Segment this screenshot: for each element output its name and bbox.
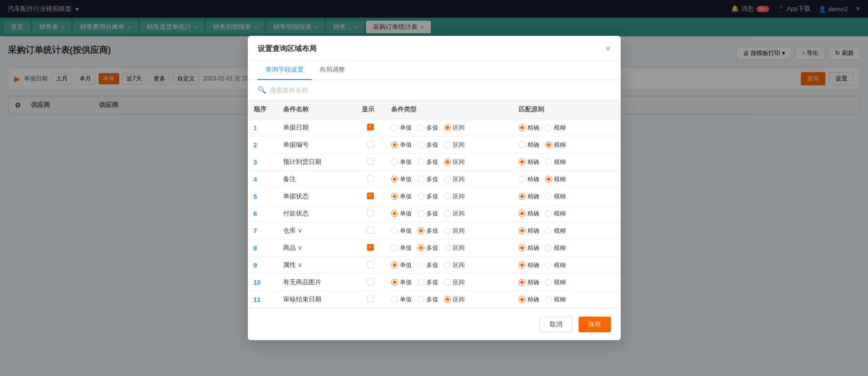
radio-match-模糊-9[interactable] [545,279,552,286]
radio-match-精确-6[interactable] [519,227,526,234]
radio-match-精确-4[interactable] [519,193,526,200]
radio-match-精确-9[interactable] [519,279,526,286]
checkbox-4[interactable] [367,192,374,199]
row-name-3: 备注 [277,171,356,188]
conditions-table: 顺序 条件名称 显示 条件类型 匹配原则 1单据日期单值多值区间精确模糊2单据编… [248,100,621,308]
radio-type-区间-10[interactable] [444,296,451,303]
radio-match-模糊-8[interactable] [545,262,552,269]
row-display-2[interactable] [356,154,385,171]
radio-type-多值-1[interactable] [418,141,424,148]
radio-type-单值-2[interactable] [391,159,398,165]
dialog-header: 设置查询区域布局 × [248,36,621,60]
row-display-8[interactable] [356,257,385,274]
radio-type-多值-9[interactable] [418,279,424,286]
radio-match-精确-10[interactable] [519,296,526,303]
radio-type-单值-7[interactable] [391,244,398,251]
radio-type-区间-2[interactable] [444,159,451,165]
radio-type-单值-0[interactable] [391,124,398,131]
row-display-3[interactable] [356,171,385,188]
radio-match-模糊-10[interactable] [545,296,552,303]
radio-type-单值-4[interactable] [391,193,398,200]
col-match: 匹配原则 [513,100,621,119]
condition-search-input[interactable] [270,86,611,94]
radio-match-精确-1[interactable] [519,141,526,148]
checkbox-5[interactable] [367,210,374,216]
row-name-7: 商品 ∨ [277,240,356,257]
cancel-btn[interactable]: 取消 [539,317,573,332]
checkbox-10[interactable] [367,295,374,302]
radio-type-单值-3[interactable] [391,176,398,183]
radio-match-模糊-3[interactable] [545,176,552,183]
radio-type-多值-3[interactable] [418,176,424,183]
row-seq-7: 8 [254,244,257,252]
save-btn[interactable]: 保存 [579,317,611,332]
radio-type-单值-10[interactable] [391,296,398,303]
checkbox-9[interactable] [367,278,374,285]
checkbox-8[interactable] [367,261,374,268]
radio-match-精确-5[interactable] [519,210,526,217]
dialog-close-btn[interactable]: × [605,44,611,54]
row-display-7[interactable] [356,240,385,257]
row-type-2: 单值多值区间 [385,154,513,171]
row-match-1: 精确模糊 [513,136,621,154]
radio-type-区间-0[interactable] [444,124,451,131]
radio-type-多值-0[interactable] [418,124,424,131]
radio-type-单值-1[interactable] [391,141,398,148]
radio-type-多值-8[interactable] [418,262,424,269]
radio-type-区间-1[interactable] [444,141,451,148]
radio-type-单值-5[interactable] [391,210,398,217]
radio-type-多值-4[interactable] [418,193,424,200]
radio-match-模糊-5[interactable] [545,210,552,217]
radio-match-模糊-7[interactable] [545,244,552,251]
checkbox-2[interactable] [367,158,374,165]
row-display-5[interactable] [356,205,385,222]
radio-type-区间-9[interactable] [444,279,451,286]
row-display-0[interactable] [356,119,385,136]
row-display-4[interactable] [356,188,385,205]
radio-type-多值-7[interactable] [418,244,424,251]
table-row: 4备注单值多值区间精确模糊 [248,171,621,188]
row-display-6[interactable] [356,222,385,240]
row-display-1[interactable] [356,136,385,154]
radio-match-精确-8[interactable] [519,262,526,269]
table-row: 7仓库 ∨单值多值区间精确模糊 [248,222,621,240]
radio-type-多值-2[interactable] [418,159,424,165]
radio-type-多值-6[interactable] [418,227,424,234]
row-display-9[interactable] [356,274,385,291]
row-name-4: 单据状态 [277,188,356,205]
checkbox-6[interactable] [367,227,374,234]
row-match-6: 精确模糊 [513,222,621,240]
checkbox-7[interactable] [367,244,374,251]
row-seq-5: 6 [254,210,257,217]
radio-match-精确-2[interactable] [519,159,526,165]
radio-match-模糊-2[interactable] [545,159,552,165]
radio-match-精确-3[interactable] [519,176,526,183]
row-type-3: 单值多值区间 [385,171,513,188]
checkbox-1[interactable] [367,141,374,148]
radio-type-多值-5[interactable] [418,210,424,217]
checkbox-3[interactable] [367,175,374,182]
row-seq-1: 2 [254,141,257,149]
radio-type-区间-4[interactable] [444,193,451,200]
radio-type-区间-5[interactable] [444,210,451,217]
radio-type-单值-8[interactable] [391,262,398,269]
checkbox-0[interactable] [367,124,374,131]
table-row: 9属性 ∨单值多值区间精确模糊 [248,257,621,274]
radio-match-模糊-1[interactable] [545,141,552,148]
radio-match-精确-0[interactable] [519,124,526,131]
radio-type-多值-10[interactable] [418,296,424,303]
radio-type-区间-7[interactable] [444,244,451,251]
radio-type-区间-6[interactable] [444,227,451,234]
radio-match-模糊-0[interactable] [545,124,552,131]
tab-layout-adjust[interactable]: 布局调整 [312,60,353,80]
radio-match-模糊-4[interactable] [545,193,552,200]
radio-match-精确-7[interactable] [519,244,526,251]
row-display-10[interactable] [356,291,385,308]
radio-type-区间-8[interactable] [444,262,451,269]
radio-type-单值-6[interactable] [391,227,398,234]
row-name-5: 付款状态 [277,205,356,222]
radio-type-单值-9[interactable] [391,279,398,286]
radio-match-模糊-6[interactable] [545,227,552,234]
tab-query-fields[interactable]: 查询字段设置 [258,60,312,80]
radio-type-区间-3[interactable] [444,176,451,183]
